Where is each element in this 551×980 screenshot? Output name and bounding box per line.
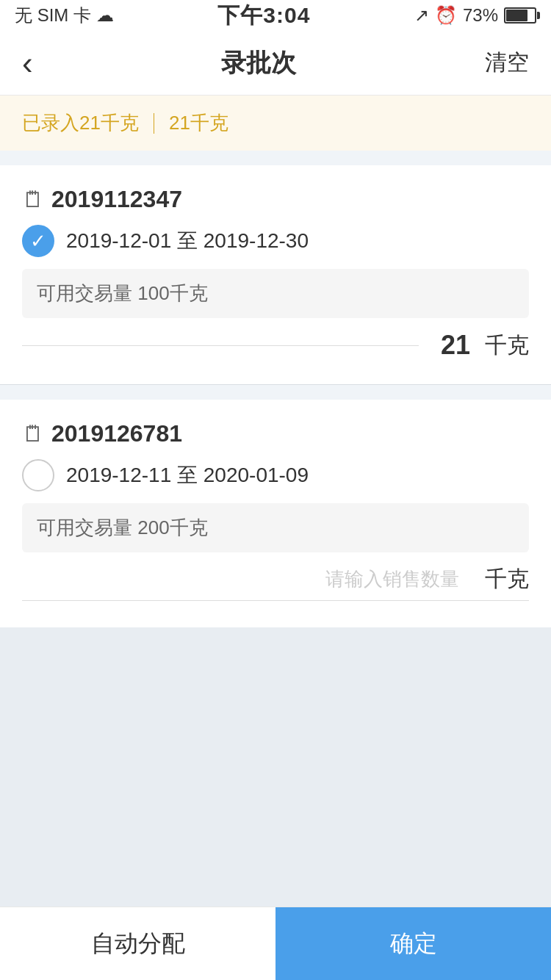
- recorded-amount-label: 已录入21千克: [22, 110, 139, 136]
- confirm-button[interactable]: 确定: [276, 907, 551, 980]
- card-separator: [0, 384, 551, 385]
- status-right: ↗ ⏰ 73%: [414, 5, 536, 26]
- batch1-date-row[interactable]: ✓ 2019-12-01 至 2019-12-30: [0, 225, 551, 269]
- nav-bar: ‹ 录批次 清空: [0, 31, 551, 96]
- batch2-date: 2019-12-11 至 2020-01-09: [66, 461, 309, 489]
- status-bar: 无 SIM 卡 ☁ 下午3:04 ↗ ⏰ 73%: [0, 0, 551, 31]
- info-divider: [154, 113, 154, 134]
- footer: 自动分配 确定: [0, 907, 551, 980]
- batch1-qty-value: 21: [441, 330, 470, 361]
- back-button[interactable]: ‹: [22, 47, 33, 79]
- batch2-id: 2019126781: [51, 420, 182, 447]
- battery-percent: 73%: [463, 5, 498, 26]
- status-left: 无 SIM 卡 ☁: [15, 4, 114, 27]
- gray-area: [0, 627, 551, 921]
- batch1-unit: 千克: [485, 331, 529, 361]
- batch1-available-qty: 可用交易量 100千克: [22, 269, 529, 318]
- batch1-id: 2019112347: [51, 186, 182, 213]
- batch2-header: 🗒 2019126781: [0, 400, 551, 459]
- batch2-date-row[interactable]: 2019-12-11 至 2020-01-09: [0, 459, 551, 503]
- batch1-check-icon: ✓: [30, 231, 46, 251]
- battery-icon: [504, 7, 536, 24]
- batch2-unit: 千克: [485, 564, 529, 594]
- batch2-radio[interactable]: [22, 459, 54, 491]
- location-icon: ↗: [414, 5, 429, 26]
- batch1-header: 🗒 2019112347: [0, 165, 551, 225]
- batch2-card: 🗒 2019126781 2019-12-11 至 2020-01-09 可用交…: [0, 400, 551, 627]
- batch1-date: 2019-12-01 至 2019-12-30: [66, 227, 309, 255]
- info-banner: 已录入21千克 21千克: [0, 96, 551, 151]
- recorded-amount-value: 21千克: [169, 110, 228, 136]
- batch1-icon: 🗒: [22, 187, 44, 212]
- batch2-icon: 🗒: [22, 422, 44, 447]
- batch2-available-qty: 可用交易量 200千克: [22, 503, 529, 552]
- auto-distribute-button[interactable]: 自动分配: [0, 907, 276, 980]
- sim-status: 无 SIM 卡 ☁: [15, 4, 114, 27]
- batch1-radio[interactable]: ✓: [22, 225, 54, 257]
- status-time: 下午3:04: [217, 1, 310, 31]
- batch2-qty-input[interactable]: [22, 568, 470, 591]
- alarm-icon: ⏰: [435, 5, 457, 26]
- batch1-card: 🗒 2019112347 ✓ 2019-12-01 至 2019-12-30 可…: [0, 165, 551, 384]
- page-title: 录批次: [221, 46, 296, 80]
- clear-button[interactable]: 清空: [485, 48, 529, 78]
